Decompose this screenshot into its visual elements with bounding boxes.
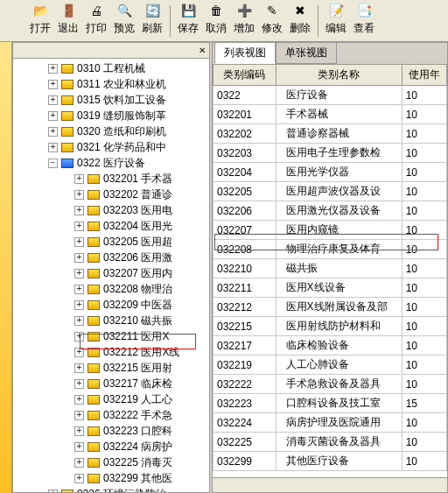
table-row[interactable]: 032203 医用电子生理参数检10	[214, 144, 447, 163]
tree-item-032225[interactable]: +032225 消毒灭	[13, 454, 209, 470]
table-row[interactable]: 032210 磁共振10	[214, 259, 447, 278]
tree-label: 0310 工程机械	[77, 61, 145, 76]
tree-item-032223[interactable]: +032223 口腔科	[13, 423, 209, 439]
col-header[interactable]: 类别编码	[214, 65, 276, 86]
expand-icon[interactable]: +	[74, 395, 84, 405]
expand-icon[interactable]: +	[48, 127, 58, 137]
expand-icon[interactable]: +	[74, 269, 84, 278]
expand-icon[interactable]: +	[48, 489, 58, 493]
tree-item-032202[interactable]: +032202 普通诊	[13, 187, 209, 202]
toolbar-取消[interactable]: 🗑取消	[202, 2, 230, 36]
tab-list-view[interactable]: 列表视图	[214, 42, 276, 64]
expand-icon[interactable]: +	[74, 442, 84, 452]
expand-icon[interactable]: +	[48, 80, 58, 89]
expand-icon[interactable]: +	[74, 285, 84, 294]
table-row[interactable]: 032225 消毒灭菌设备及器具10	[214, 433, 447, 452]
expand-icon[interactable]: +	[74, 174, 84, 184]
table-row[interactable]: 032299 其他医疗设备10	[214, 452, 447, 471]
tree-item-032206[interactable]: +032206 医用激	[13, 250, 209, 265]
tree-item-032212[interactable]: +032212 医用X线	[13, 344, 209, 360]
expand-icon[interactable]: +	[74, 206, 84, 215]
table-row[interactable]: 032224 病房护理及医院通用10	[214, 413, 447, 433]
table-row[interactable]: 032217 临床检验设备10	[214, 336, 447, 356]
toolbar-增加[interactable]: ➕增加	[230, 2, 258, 36]
tree-item-032299[interactable]: +032299 其他医	[13, 470, 209, 486]
table-row[interactable]: 032211 医用X线设备10	[214, 278, 447, 298]
tree-item-032210[interactable]: +032210 磁共振	[13, 313, 209, 328]
col-header[interactable]: 类别名称	[276, 65, 402, 86]
table-row[interactable]: 032219 人工心肺设备10	[214, 356, 447, 375]
toolbar-退出[interactable]: 🚪退出	[54, 2, 82, 36]
expand-icon[interactable]: +	[74, 474, 84, 483]
table-row[interactable]: 032206 医用激光仪器及设备10	[214, 201, 447, 221]
toolbar-删除[interactable]: ✖删除	[286, 2, 314, 36]
tree-item-0310[interactable]: +0310 工程机械	[13, 60, 209, 76]
toolbar-修改[interactable]: ✎修改	[258, 2, 286, 36]
tab-single-view[interactable]: 单张视图	[276, 42, 337, 64]
table-row[interactable]: 032223 口腔科设备及技工室15	[214, 394, 447, 413]
table-row[interactable]: 032207 医用内窥镜10	[214, 221, 447, 240]
grid-hscroll[interactable]	[213, 477, 447, 492]
expand-icon[interactable]: +	[48, 95, 58, 105]
toolbar-查看[interactable]: 📑查看	[350, 2, 378, 36]
tree-item-032224[interactable]: +032224 病房护	[13, 439, 209, 454]
tree-item-032219[interactable]: +032219 人工心	[13, 391, 209, 407]
expand-icon[interactable]: +	[74, 222, 84, 231]
tree-item-032207[interactable]: +032207 医用内	[13, 265, 209, 281]
folder-icon	[88, 174, 100, 184]
expand-icon[interactable]: −	[48, 158, 58, 168]
expand-icon[interactable]: +	[48, 64, 58, 74]
expand-icon[interactable]: +	[74, 332, 84, 342]
panel-close-bar[interactable]: ✕	[13, 43, 209, 59]
expand-icon[interactable]: +	[74, 458, 84, 468]
tree-item-032211[interactable]: +032211 医用X	[13, 328, 209, 344]
table-row[interactable]: 032204 医用光学仪器10	[214, 163, 447, 182]
table-row[interactable]: 032205 医用超声波仪器及设10	[214, 182, 447, 201]
toolbar-打印[interactable]: 🖨打印	[82, 2, 110, 36]
tree-item-0311[interactable]: +0311 农业和林业机	[13, 76, 209, 92]
expand-icon[interactable]: +	[74, 411, 84, 420]
tree-item-032215[interactable]: +032215 医用射	[13, 360, 209, 376]
table-row[interactable]: 032212 医用X线附属设备及部10	[214, 298, 447, 317]
table-row[interactable]: 032201 手术器械10	[214, 105, 447, 124]
tree-item-032204[interactable]: +032204 医用光	[13, 218, 209, 234]
expand-icon[interactable]: +	[74, 363, 84, 373]
toolbar-预览[interactable]: 🔍预览	[110, 2, 138, 36]
toolbar-保存[interactable]: 💾保存	[174, 2, 202, 36]
toolbar-编辑[interactable]: 📝编辑	[322, 2, 350, 36]
table-row[interactable]: 032215 医用射线防护材料和10	[214, 317, 447, 336]
tree-item-032222[interactable]: +032222 手术急	[13, 407, 209, 423]
tree-body[interactable]: +0310 工程机械+0311 农业和林业机+0315 饮料加工设备+0319 …	[13, 59, 209, 492]
toolbar-打开[interactable]: 📂打开	[26, 2, 54, 36]
table-row[interactable]: 032222 手术急救设备及器具10	[214, 375, 447, 394]
grid-wrap[interactable]: 类别编码类别名称使用年0322 医疗设备10032201 手术器械1003220…	[213, 64, 447, 477]
tree-item-032209[interactable]: +032209 中医器	[13, 297, 209, 313]
expand-icon[interactable]: +	[74, 379, 84, 389]
tree-item-0319[interactable]: +0319 缝纫服饰制革	[13, 108, 209, 123]
tree-item-032217[interactable]: +032217 临床检	[13, 376, 209, 391]
expand-icon[interactable]: +	[74, 426, 84, 436]
tree-item-0321[interactable]: +0321 化学药品和中	[13, 139, 209, 155]
expand-icon[interactable]: +	[74, 316, 84, 326]
expand-icon[interactable]: +	[74, 253, 84, 263]
tree-item-0320[interactable]: +0320 造纸和印刷机	[13, 123, 209, 139]
tree-item-0326[interactable]: +0326 环境污染防治	[13, 486, 209, 492]
table-row[interactable]: 0322 医疗设备10	[214, 86, 447, 105]
expand-icon[interactable]: +	[48, 143, 58, 152]
folder-icon	[88, 458, 100, 468]
tree-item-032201[interactable]: +032201 手术器	[13, 171, 209, 187]
expand-icon[interactable]: +	[74, 190, 84, 200]
expand-icon[interactable]: +	[74, 348, 84, 357]
tree-item-032203[interactable]: +032203 医用电	[13, 202, 209, 218]
table-row[interactable]: 032208 物理治疗康复及体育10	[214, 240, 447, 259]
expand-icon[interactable]: +	[74, 237, 84, 247]
expand-icon[interactable]: +	[48, 111, 58, 121]
tree-item-0322[interactable]: −0322 医疗设备	[13, 155, 209, 171]
table-row[interactable]: 032202 普通诊察器械10	[214, 124, 447, 144]
toolbar-刷新[interactable]: 🔄刷新	[138, 2, 166, 36]
expand-icon[interactable]: +	[74, 300, 84, 310]
col-header[interactable]: 使用年	[402, 65, 446, 86]
tree-item-0315[interactable]: +0315 饮料加工设备	[13, 92, 209, 108]
tree-item-032208[interactable]: +032208 物理治	[13, 281, 209, 297]
tree-item-032205[interactable]: +032205 医用超	[13, 234, 209, 250]
